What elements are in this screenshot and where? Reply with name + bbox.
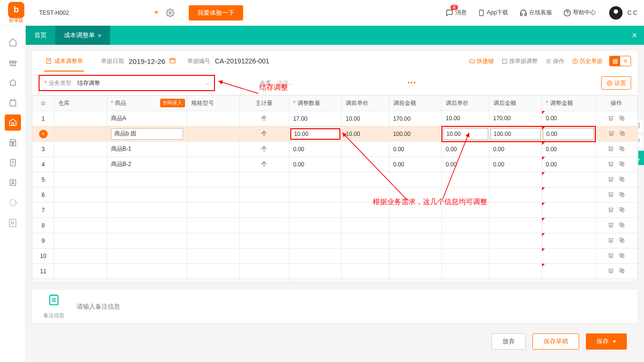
user-menu[interactable]: C C xyxy=(605,6,637,20)
top-header: b 标准版 TEST-H002 我要体验一下 消息 4 App下载 在线客服 帮… xyxy=(0,0,644,26)
tabs-close-all[interactable]: × xyxy=(625,26,644,45)
left-sidebar: ¥ 新 xyxy=(0,26,26,45)
logo: b 标准版 xyxy=(7,2,26,24)
chevron-down-icon xyxy=(154,11,158,14)
help-link[interactable]: 帮助中心 xyxy=(563,9,596,17)
app-download-link[interactable]: App下载 xyxy=(478,9,508,17)
settings-icon[interactable] xyxy=(165,8,175,18)
svg-rect-1 xyxy=(480,10,483,16)
avatar-icon xyxy=(609,6,623,20)
try-button[interactable]: 我要体验一下 xyxy=(189,5,243,21)
side-home-icon[interactable] xyxy=(5,34,21,45)
message-badge: 4 xyxy=(450,5,458,10)
nav-tabs: 首页 成本调整单× × xyxy=(0,26,644,45)
company-select[interactable]: TEST-H002 xyxy=(39,6,158,20)
tab-home[interactable]: 首页 xyxy=(26,26,55,45)
messages-link[interactable]: 消息 4 xyxy=(446,9,467,17)
online-service-link[interactable]: 在线客服 xyxy=(520,9,552,17)
tab-cost-adjust[interactable]: 成本调整单× xyxy=(55,26,110,45)
close-icon[interactable]: × xyxy=(98,32,102,39)
svg-point-0 xyxy=(169,11,172,14)
